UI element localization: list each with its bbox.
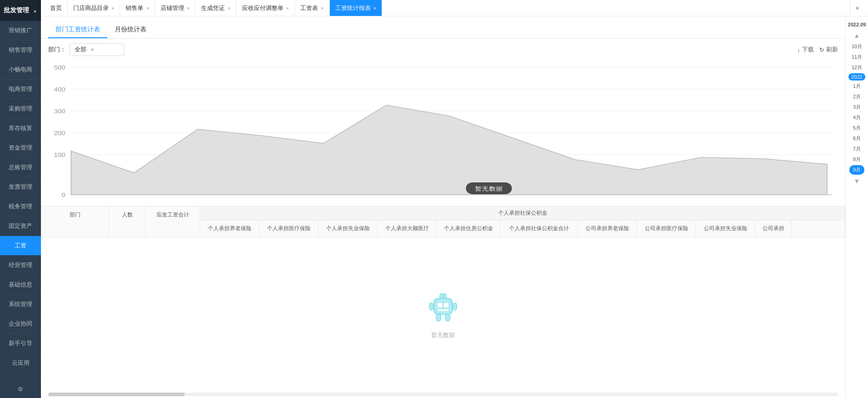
tab-7[interactable]: 工资统计报表× bbox=[330, 0, 382, 16]
th-personal-unemployment: 个人承担失业保险 bbox=[318, 220, 378, 237]
sidebar-header[interactable]: 批发管理 ▲ bbox=[0, 0, 41, 21]
svg-text:100: 100 bbox=[54, 152, 66, 158]
sidebar-item-inventory[interactable]: 库存核算 bbox=[0, 119, 41, 138]
chart-area: 500 400 300 200 100 0 bbox=[41, 60, 845, 206]
tab-4[interactable]: 生成凭证× bbox=[196, 0, 236, 16]
sidebar-item-salary[interactable]: 工资 bbox=[0, 236, 41, 256]
sidebar-item-system[interactable]: 系统管理 bbox=[0, 295, 41, 314]
timeline-month-8[interactable]: 8月 bbox=[846, 155, 868, 164]
svg-rect-24 bbox=[445, 314, 450, 321]
svg-rect-15 bbox=[434, 298, 452, 314]
sub-tab-1[interactable]: 月份统计表 bbox=[107, 22, 154, 38]
timeline-down-icon[interactable]: ▼ bbox=[852, 176, 862, 186]
timeline-month-10[interactable]: 10月 bbox=[846, 42, 868, 51]
tab-6[interactable]: 工资表× bbox=[295, 0, 329, 16]
horizontal-scrollbar[interactable] bbox=[48, 393, 838, 396]
download-button[interactable]: ↓ 下载 bbox=[797, 45, 814, 54]
sidebar-item-marketing[interactable]: 营销推广 bbox=[0, 21, 41, 40]
sidebar-collapse-icon: ▲ bbox=[33, 8, 37, 13]
svg-rect-21 bbox=[429, 303, 433, 310]
sidebar-item-collab[interactable]: 企业协同 bbox=[0, 314, 41, 334]
sidebar-item-operations[interactable]: 经营管理 bbox=[0, 256, 41, 275]
sidebar-item-finance[interactable]: 资金管理 bbox=[0, 138, 41, 158]
th-company-medical: 公司承担医疗保险 bbox=[637, 220, 696, 237]
tab-3[interactable]: 店铺管理× bbox=[155, 0, 196, 16]
timeline-prev-year[interactable]: 2022.09 bbox=[846, 20, 868, 29]
timeline-year-2022[interactable]: 2022 bbox=[848, 73, 865, 81]
tab-1[interactable]: 门店商品目录× bbox=[68, 0, 120, 16]
svg-marker-12 bbox=[71, 105, 827, 195]
tab-close-7[interactable]: × bbox=[373, 5, 376, 11]
toolbar-left: 部门： 全部 ▼ bbox=[48, 43, 124, 56]
page-area: 部门工资统计表月份统计表 部门： 全部 ▼ ↓ 下载 bbox=[41, 16, 845, 398]
sidebar-item-guide[interactable]: 新手引导 bbox=[0, 334, 41, 353]
sidebar-item-purchase[interactable]: 采购管理 bbox=[0, 99, 41, 119]
refresh-label: 刷新 bbox=[826, 45, 838, 54]
timeline-month-4[interactable]: 4月 bbox=[846, 113, 868, 122]
timeline-month-3[interactable]: 3月 bbox=[846, 102, 868, 112]
timeline-month-2[interactable]: 2月 bbox=[846, 92, 868, 101]
timeline-month-11[interactable]: 11月 bbox=[846, 52, 868, 62]
tab-2[interactable]: 销售单× bbox=[120, 0, 155, 16]
sidebar-item-tax[interactable]: 税务管理 bbox=[0, 197, 41, 217]
empty-text: 暂无数据 bbox=[431, 331, 455, 339]
tab-close-4[interactable]: × bbox=[227, 5, 230, 11]
th-personal-total: 个人承担社保公积金合计 bbox=[500, 220, 578, 237]
table-empty-state: 暂无数据 bbox=[41, 237, 845, 391]
refresh-icon: ↻ bbox=[819, 46, 824, 53]
timeline-month-7[interactable]: 7月 bbox=[846, 144, 868, 154]
table-area: 部门 人数 应发工资合计 个人承担社保公积金 个人承担养老保险 个人承担医疗保险… bbox=[41, 206, 845, 398]
toolbar: 部门： 全部 ▼ ↓ 下载 ↻ 刷新 bbox=[41, 39, 845, 60]
right-timeline-panel: 2022.09 ▲ 10月 11月 12月 2022 1月 2月 3月 4月 5… bbox=[845, 16, 868, 398]
svg-text:0: 0 bbox=[61, 192, 66, 198]
sidebar-item-basics[interactable]: 基础信息 bbox=[0, 275, 41, 295]
tab-close-3[interactable]: × bbox=[187, 5, 190, 11]
timeline-month-6[interactable]: 6月 bbox=[846, 134, 868, 143]
sidebar-item-assets[interactable]: 固定资产 bbox=[0, 217, 41, 236]
scrollbar-thumb[interactable] bbox=[48, 393, 185, 396]
timeline-month-5[interactable]: 5月 bbox=[846, 123, 868, 133]
th-personal-medical: 个人承担医疗保险 bbox=[259, 220, 318, 237]
chevron-down-icon: ▼ bbox=[90, 47, 95, 52]
svg-rect-17 bbox=[444, 303, 449, 307]
sidebar-item-ledger[interactable]: 总账管理 bbox=[0, 158, 41, 177]
sidebar-item-sales[interactable]: 销售管理 bbox=[0, 40, 41, 60]
th-group-cells: 个人承担养老保险 个人承担医疗保险 个人承担失业保险 个人承担大额医疗 个人承担… bbox=[200, 220, 845, 237]
svg-text:400: 400 bbox=[54, 86, 66, 92]
svg-rect-23 bbox=[436, 314, 441, 321]
tab-close-1[interactable]: × bbox=[111, 5, 114, 11]
th-personal-pension: 个人承担养老保险 bbox=[200, 220, 259, 237]
window-close-button[interactable]: × bbox=[850, 0, 864, 16]
toolbar-right: ↓ 下载 ↻ 刷新 bbox=[797, 45, 838, 54]
sidebar-item-ecommerce[interactable]: 电商管理 bbox=[0, 80, 41, 99]
tab-0[interactable]: 首页 bbox=[45, 0, 68, 16]
timeline-up-icon[interactable]: ▲ bbox=[852, 30, 862, 41]
main-area: 首页门店商品目录×销售单×店铺管理×生成凭证×应收应付调整单×工资表×工资统计报… bbox=[41, 0, 868, 398]
dept-select[interactable]: 全部 ▼ bbox=[70, 43, 124, 56]
timeline-month-1[interactable]: 1月 bbox=[846, 81, 868, 91]
chart-container: 500 400 300 200 100 0 bbox=[48, 60, 838, 206]
timeline-month-9[interactable]: 9月 bbox=[849, 165, 864, 175]
content-area: 部门工资统计表月份统计表 部门： 全部 ▼ ↓ 下载 bbox=[41, 16, 868, 398]
tab-close-5[interactable]: × bbox=[286, 5, 289, 11]
sub-tab-0[interactable]: 部门工资统计表 bbox=[48, 22, 107, 38]
tab-close-2[interactable]: × bbox=[146, 5, 149, 11]
th-company-pension: 公司承担养老保险 bbox=[578, 220, 637, 237]
timeline-month-12[interactable]: 12月 bbox=[846, 63, 868, 72]
tab-close-6[interactable]: × bbox=[321, 5, 323, 11]
sidebar-item-ecommerce-small[interactable]: 小畅电商 bbox=[0, 60, 41, 80]
sidebar-item-invoice[interactable]: 发票管理 bbox=[0, 177, 41, 197]
sidebar-settings[interactable]: ⚙ bbox=[0, 380, 41, 398]
tab-5[interactable]: 应收应付调整单× bbox=[237, 0, 295, 16]
svg-rect-22 bbox=[453, 303, 457, 310]
empty-robot-icon bbox=[425, 289, 461, 326]
table-header: 部门 人数 应发工资合计 个人承担社保公积金 个人承担养老保险 个人承担医疗保险… bbox=[41, 206, 845, 237]
refresh-button[interactable]: ↻ 刷新 bbox=[819, 45, 838, 54]
tab-bar: 首页门店商品目录×销售单×店铺管理×生成凭证×应收应付调整单×工资表×工资统计报… bbox=[41, 0, 868, 16]
svg-text:500: 500 bbox=[54, 65, 66, 71]
th-personal-large-medical: 个人承担大额医疗 bbox=[378, 220, 437, 237]
svg-rect-18 bbox=[438, 309, 449, 311]
sidebar-title: 批发管理 bbox=[4, 6, 29, 15]
sidebar-item-cloud[interactable]: 云应用 bbox=[0, 353, 41, 373]
th-group-label: 个人承担社保公积金 bbox=[200, 207, 845, 220]
